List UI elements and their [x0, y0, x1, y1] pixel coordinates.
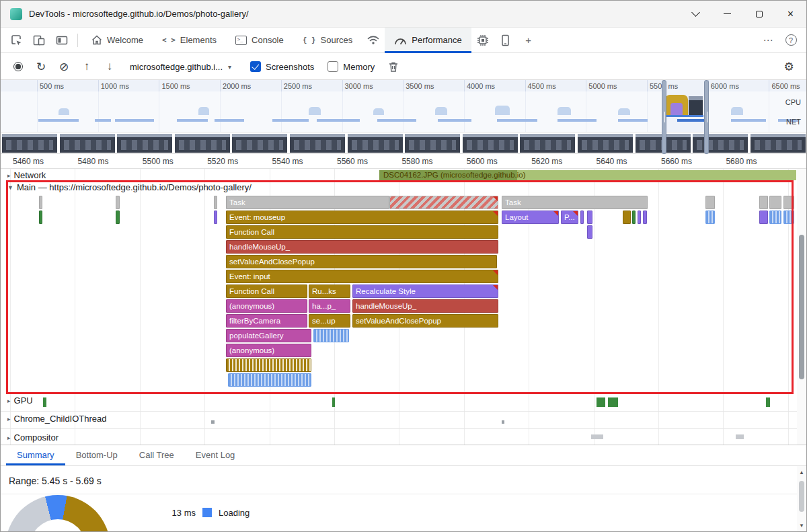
network-request-bar[interactable]: DSC04162.JPG (microsoftedge.github.io) [379, 170, 796, 180]
screenshot-thumbnail[interactable] [463, 134, 518, 153]
flame-event[interactable]: filterByCamera [226, 314, 307, 328]
flame-event[interactable] [769, 196, 781, 209]
close-button[interactable]: × [775, 1, 806, 27]
flame-event[interactable]: Layout [502, 211, 559, 224]
summary-scrollbar-thumb[interactable] [799, 481, 804, 512]
flame-event[interactable] [759, 196, 768, 209]
screenshot-thumbnail[interactable] [520, 134, 575, 153]
dock-panel-button[interactable] [50, 29, 73, 52]
scroll-up-arrow[interactable]: ▲ [797, 470, 806, 476]
tab-call-tree[interactable]: Call Tree [128, 445, 185, 465]
device-emulation-button[interactable] [28, 29, 50, 52]
flame-event[interactable]: Function Call [226, 284, 307, 298]
timeline-overview[interactable]: CPU NET 500 ms1000 ms1500 ms2000 ms2500 … [1, 80, 806, 132]
flame-event[interactable] [116, 211, 120, 224]
flame-event[interactable]: handleMouseUp_ [352, 299, 498, 313]
main-track-header[interactable]: ▼ Main — https://microsoftedge.github.io… [7, 182, 252, 192]
flame-event[interactable]: Recalculate Style [352, 284, 498, 298]
flame-event[interactable] [783, 196, 794, 209]
selection-handle-left[interactable] [662, 80, 666, 154]
flame-event[interactable]: Ru...ks [309, 284, 350, 298]
flame-event[interactable] [214, 211, 217, 224]
flame-event[interactable] [39, 211, 42, 224]
io-thread-track-header[interactable]: ▸ Chrome_ChildIOThread [7, 414, 107, 424]
capture-settings-button[interactable]: ⚙ [778, 56, 800, 77]
flame-event[interactable]: (anonymous) [226, 344, 311, 357]
gpu-track-header[interactable]: ▸ GPU [7, 395, 33, 406]
flame-event[interactable]: Function Call [226, 225, 498, 239]
cpu-chip-button[interactable] [471, 29, 494, 52]
flame-event[interactable] [783, 211, 794, 224]
inspect-element-button[interactable] [5, 29, 28, 52]
flame-event[interactable] [705, 196, 715, 209]
more-options-button[interactable]: ⋯ [757, 29, 779, 52]
tab-performance[interactable]: Performance [385, 28, 471, 53]
tab-summary[interactable]: Summary [6, 445, 65, 465]
flame-event[interactable]: P... [561, 211, 578, 224]
screenshots-checkbox[interactable] [250, 61, 261, 72]
flame-event[interactable] [587, 211, 592, 224]
flame-event[interactable] [580, 211, 584, 224]
add-tab-button[interactable]: + [517, 29, 540, 52]
device-panel-button[interactable] [494, 29, 517, 52]
flame-event[interactable] [632, 211, 636, 224]
screenshot-thumbnail[interactable] [60, 134, 115, 153]
flame-event[interactable] [638, 211, 641, 224]
flame-event[interactable]: Event: input [226, 270, 498, 283]
flame-event[interactable]: Task [226, 196, 389, 209]
tab-welcome[interactable]: Welcome [82, 28, 153, 53]
flame-event[interactable]: ha...p_ [309, 299, 350, 313]
flame-event[interactable]: setValueAndClosePopup [226, 255, 497, 268]
flame-event[interactable]: populateGallery [226, 329, 311, 342]
flame-event[interactable]: se...up [309, 314, 350, 328]
flame-event[interactable] [39, 196, 42, 209]
flame-event[interactable] [769, 211, 781, 224]
tab-event-log[interactable]: Event Log [185, 445, 246, 465]
flame-event[interactable]: Task [502, 196, 648, 209]
flame-event[interactable] [587, 225, 592, 239]
network-track-header[interactable]: ▸ Network [7, 170, 46, 180]
flame-event[interactable]: setValueAndClosePopup [352, 314, 498, 328]
flame-event[interactable] [705, 211, 715, 224]
flame-event[interactable] [389, 196, 498, 209]
tab-console[interactable]: >_ Console [226, 28, 293, 53]
screenshot-thumbnail[interactable] [232, 134, 287, 153]
screenshot-thumbnail[interactable] [2, 134, 57, 153]
screenshot-thumbnail[interactable] [405, 134, 460, 153]
network-conditions-button[interactable] [362, 29, 385, 52]
main-flame-chart[interactable]: TaskTaskEvent: mouseupLayoutP...Function… [1, 196, 806, 389]
flame-event[interactable] [759, 211, 768, 224]
compositor-track-header[interactable]: ▸ Compositor [7, 432, 59, 443]
screenshot-thumbnail[interactable] [175, 134, 230, 153]
chevron-down-icon[interactable] [680, 1, 712, 27]
summary-scrollbar[interactable]: ▲ ▼ [797, 466, 806, 532]
flame-event[interactable]: (anonymous) [226, 299, 307, 313]
screenshot-thumbnail[interactable] [751, 134, 806, 153]
flame-event[interactable] [116, 196, 120, 209]
selection-handle-right[interactable] [704, 80, 709, 154]
screenshot-thumbnail[interactable] [578, 134, 633, 153]
screenshot-thumbnail[interactable] [117, 134, 172, 153]
tracks-scrollbar-thumb[interactable] [799, 235, 804, 379]
tab-sources[interactable]: { } Sources [293, 28, 362, 53]
save-profile-button[interactable]: ↓ [99, 56, 120, 77]
tab-bottom-up[interactable]: Bottom-Up [65, 445, 128, 465]
flame-event[interactable] [643, 211, 647, 224]
scroll-down-arrow[interactable]: ▼ [797, 523, 806, 529]
screenshot-thumbnail[interactable] [290, 134, 345, 153]
tab-elements[interactable]: < > Elements [153, 28, 226, 53]
minimize-button[interactable] [712, 1, 743, 27]
tracks-area[interactable]: ▸ Network DSC04162.JPG (microsoftedge.gi… [1, 169, 806, 445]
record-button[interactable] [7, 56, 29, 77]
flame-event[interactable] [623, 211, 631, 224]
screenshot-thumbnail[interactable] [693, 134, 748, 153]
flame-event[interactable]: Event: mouseup [226, 211, 498, 224]
screenshots-checkbox-row[interactable]: Screenshots [250, 61, 314, 72]
flame-event[interactable] [214, 196, 217, 209]
profile-select[interactable]: microsoftedge.github.i... ▾ [124, 62, 237, 72]
flame-event[interactable]: handleMouseUp_ [226, 240, 498, 254]
timeline-ruler[interactable]: 5460 ms5480 ms5500 ms5520 ms5540 ms5560 … [1, 154, 806, 169]
memory-checkbox-row[interactable]: Memory [328, 61, 375, 72]
clear-button[interactable]: ⊘ [53, 56, 75, 77]
tracks-scrollbar[interactable] [797, 169, 806, 445]
